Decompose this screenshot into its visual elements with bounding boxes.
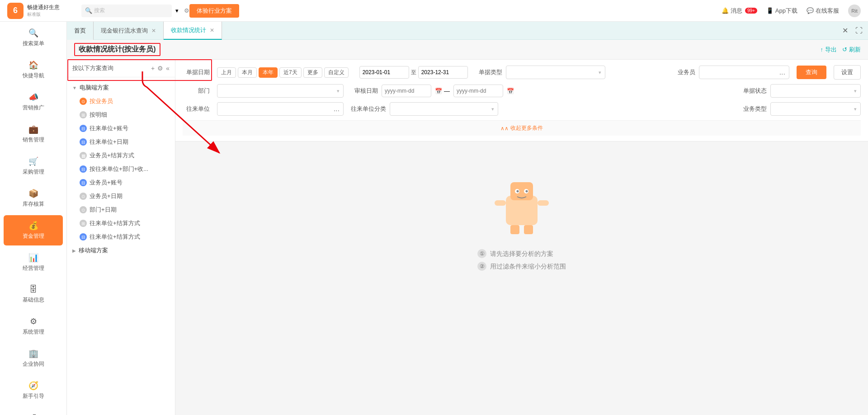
- sidebar-item-search[interactable]: 🔍 搜索菜单: [4, 23, 63, 53]
- scheme-item-partner-settle1[interactable]: ⊞ 往来单位+结算方式: [67, 217, 175, 230]
- dropdown-icon[interactable]: ▾: [175, 7, 179, 14]
- scheme-settings-btn[interactable]: ⚙: [157, 65, 163, 72]
- scheme-item-detail[interactable]: ⊞ 按明细: [67, 108, 175, 122]
- partner-label: 往来单位: [183, 105, 210, 113]
- tree-section-label: 移动端方案: [79, 246, 108, 255]
- sidebar-item-sales[interactable]: 💼 销售管理: [4, 119, 63, 149]
- sidebar-item-quicknav[interactable]: 🏠 快捷导航: [4, 55, 63, 85]
- online-service-btn[interactable]: 💬 在线客服: [807, 7, 839, 15]
- scheme-item-staff-date[interactable]: ⊙ 业务员+日期: [67, 189, 175, 203]
- scheme-item-staff-settle[interactable]: ▦ 业务员+结算方式: [67, 149, 175, 162]
- doctype-select[interactable]: ▾: [506, 66, 605, 79]
- staff-more-icon[interactable]: ...: [779, 68, 785, 76]
- step-1-num: ①: [477, 249, 486, 258]
- tab-expand-btn[interactable]: ⛶: [854, 25, 864, 37]
- tab-close-all-btn[interactable]: ✕: [840, 24, 850, 37]
- search-bar[interactable]: 🔍 搜索: [81, 5, 172, 17]
- tab-close-icon[interactable]: ✕: [210, 27, 214, 33]
- svg-rect-9: [524, 225, 533, 234]
- sidebar-item-hardware[interactable]: 🖨 智能硬件: [4, 407, 63, 415]
- dept-select[interactable]: ▾: [217, 84, 344, 98]
- tab-close-icon[interactable]: ✕: [151, 28, 156, 34]
- partner-select[interactable]: ...: [217, 102, 344, 116]
- tree-section-desktop-header[interactable]: ▼ 电脑端方案: [67, 81, 175, 94]
- inventory-icon: 📦: [28, 189, 38, 198]
- page-title: 收款情况统计(按业务员): [74, 43, 160, 56]
- partner-cat-select[interactable]: ▾: [390, 102, 498, 116]
- tree-section-mobile-header[interactable]: ▶ 移动端方案: [67, 244, 175, 257]
- scheme-item-partner-account[interactable]: ⊟ 往来单位+账号: [67, 122, 175, 135]
- messages-btn[interactable]: 🔔 消息 99+: [722, 7, 757, 15]
- chevron-down-icon: ▾: [854, 106, 857, 112]
- tab-collection[interactable]: 收款情况统计 ✕: [164, 22, 222, 40]
- docstatus-select[interactable]: ▾: [770, 84, 861, 98]
- tree-section-mobile: ▶ 移动端方案: [67, 244, 175, 257]
- review-to-input[interactable]: [453, 85, 503, 97]
- tab-bar-right: ✕ ⛶: [840, 24, 868, 37]
- refresh-icon: ↺: [842, 46, 847, 53]
- date-btn-thismonth[interactable]: 本月: [238, 67, 257, 78]
- sidebar-item-label: 企业协同: [23, 360, 44, 368]
- chevron-down-icon: ▾: [491, 106, 494, 112]
- sidebar-item-label: 采购管理: [23, 168, 44, 176]
- scheme-item-staff-account[interactable]: ⊟ 业务员+账号: [67, 176, 175, 189]
- refresh-btn[interactable]: ↺ 刷新: [842, 46, 861, 54]
- biztype-select[interactable]: ▾: [770, 102, 861, 116]
- date-from-input[interactable]: [359, 66, 409, 79]
- sidebar-item-label: 销售管理: [23, 136, 44, 144]
- page-header: 收款情况统计(按业务员) ↑ 导出 ↺ 刷新: [67, 40, 868, 60]
- sidebar-item-enterprise[interactable]: 🏢 企业协同: [4, 343, 63, 373]
- calendar-icon2[interactable]: 📅: [507, 88, 514, 94]
- sidebar-item-ops[interactable]: 📊 经营管理: [4, 247, 63, 278]
- staff-select[interactable]: ...: [699, 66, 789, 79]
- date-btn-thisyear[interactable]: 本年: [259, 67, 278, 78]
- date-btn-lastmonth[interactable]: 上月: [217, 67, 236, 78]
- sidebar-item-base[interactable]: 🗄 基础信息: [4, 279, 63, 309]
- sidebar-item-system[interactable]: ⚙ 系统管理: [4, 311, 63, 341]
- date-btn-custom[interactable]: 自定义: [324, 67, 349, 78]
- collapse-panel-btn[interactable]: «: [166, 65, 170, 72]
- query-button[interactable]: 查询: [797, 66, 826, 79]
- scheme-item-by-staff[interactable]: ⊙ 按业务员: [67, 94, 175, 108]
- sidebar-item-marketing[interactable]: 📣 营销推广: [4, 87, 63, 117]
- collapse-bar[interactable]: ∧∧ 收起更多条件: [183, 120, 861, 136]
- scheme-label: 部门+日期: [90, 206, 117, 214]
- scheme-icon-pd: ⊟: [80, 138, 87, 146]
- scheme-item-partner-date[interactable]: ⊟ 往来单位+日期: [67, 135, 175, 149]
- search-placeholder: 搜索: [94, 7, 105, 14]
- collapse-icon: ∧∧: [500, 125, 509, 132]
- app-download-btn[interactable]: 📱 App下载: [766, 7, 797, 15]
- enterprise-icon: 🏢: [28, 349, 38, 358]
- user-avatar[interactable]: Rit: [848, 5, 861, 17]
- partner-more-btn[interactable]: ...: [334, 105, 340, 113]
- ops-icon: 📊: [28, 253, 38, 263]
- step-2-text: 用过滤条件来缩小分析范围: [490, 260, 566, 273]
- sidebar-item-finance[interactable]: 💰 资金管理: [4, 215, 63, 245]
- date-btn-7days[interactable]: 近7天: [279, 67, 302, 78]
- tab-cashflow[interactable]: 现金银行流水查询 ✕: [94, 22, 164, 40]
- add-scheme-btn[interactable]: +: [151, 65, 155, 72]
- sidebar-item-guide[interactable]: 🧭 新手引导: [4, 375, 63, 406]
- review-from-input[interactable]: [382, 85, 431, 97]
- settings-button[interactable]: 设置: [834, 65, 861, 80]
- trial-button[interactable]: 体验行业方案: [189, 4, 239, 18]
- sidebar-item-inventory[interactable]: 📦 库存核算: [4, 183, 63, 213]
- download-icon: 📱: [766, 7, 774, 14]
- scheme-item-dept-date[interactable]: ⊙ 部门+日期: [67, 203, 175, 217]
- settings-icon[interactable]: ⚙: [184, 7, 189, 14]
- step-1-text: 请先选择要分析的方案: [490, 247, 553, 260]
- sidebar-item-purchase[interactable]: 🛒 采购管理: [4, 151, 63, 181]
- scheme-item-partner-dept-collect[interactable]: ⊟ 按往来单位+部门+收...: [67, 162, 175, 176]
- purchase-icon: 🛒: [28, 156, 38, 166]
- tree-arrow-right: ▶: [72, 248, 76, 253]
- scheme-icon-ps1: ⊞: [80, 220, 87, 227]
- system-icon: ⚙: [30, 316, 37, 326]
- scheme-item-partner-settle2[interactable]: ⊟ 往来单位+结算方式: [67, 230, 175, 244]
- calendar-icon[interactable]: 📅: [435, 88, 442, 94]
- biztype-label: 业务类型: [740, 105, 767, 113]
- export-btn[interactable]: ↑ 导出: [821, 46, 837, 54]
- svg-point-5: [526, 190, 528, 193]
- tab-home[interactable]: 首页: [67, 22, 94, 40]
- date-btn-more[interactable]: 更多: [303, 67, 322, 78]
- date-to-input[interactable]: [418, 66, 468, 79]
